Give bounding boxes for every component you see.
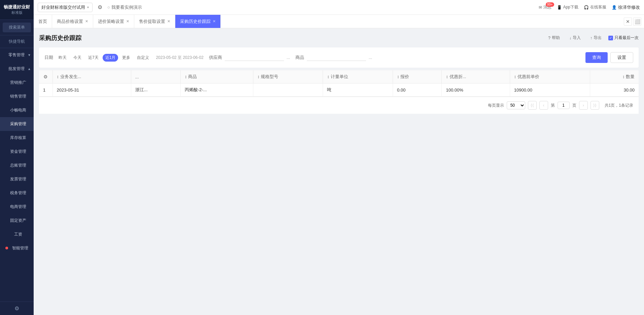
per-page-select[interactable]: 50 10 20 100: [507, 101, 525, 109]
next-page-button[interactable]: ›: [579, 101, 588, 110]
data-table-container: ⚙ ↕ 业务发生... ... ↕ 商品 ↕ 规格型号: [39, 70, 639, 97]
product-selector[interactable]: 好业财标准版交付试用 ▾: [38, 3, 93, 12]
maximize-button[interactable]: ⬜: [633, 18, 641, 26]
supplier-filter: 供应商 ...: [209, 54, 290, 61]
sidebar-item-14[interactable]: 智能管理: [0, 241, 34, 255]
cell-date: 2023-05-31: [52, 83, 131, 97]
last-page-button[interactable]: ⟩⟩: [591, 101, 599, 110]
search-menu-button[interactable]: 搜索菜单: [3, 23, 31, 32]
last-only-label: 只看最后一次: [614, 35, 639, 41]
column-date-header[interactable]: ↕ 业务发生...: [52, 70, 131, 83]
content-area: 采购历史价跟踪 ? 帮助 ↓ 导入 ↑ 导出 只看最后一次: [34, 28, 644, 315]
tab-close-icon[interactable]: ✕: [167, 19, 170, 24]
tab-2[interactable]: 进价策略设置✕: [93, 15, 134, 28]
query-button[interactable]: 查询: [585, 52, 608, 63]
column-qty-header[interactable]: ↕ 数量: [590, 70, 639, 83]
online-service-button[interactable]: 🎧 在线客服: [584, 4, 606, 10]
app-download-button[interactable]: 📱 App下载: [557, 4, 578, 10]
sidebar-item-label: 批发管理: [5, 66, 28, 72]
tab-label: 售价提取设置: [139, 19, 165, 25]
date-btn-今天[interactable]: 今天: [71, 54, 84, 62]
date-btn-近1月[interactable]: 近1月: [103, 54, 118, 62]
page-title: 采购历史价跟踪: [39, 34, 81, 42]
import-icon: ↓: [569, 36, 571, 40]
table-header-row: ⚙ ↕ 业务发生... ... ↕ 商品 ↕ 规格型号: [39, 70, 639, 83]
sidebar-item-6[interactable]: 库存核算: [0, 131, 34, 145]
date-btn-近7天[interactable]: 近7天: [85, 54, 101, 62]
column-spec-header[interactable]: ↕ 规格型号: [253, 70, 323, 83]
tab-close-icon[interactable]: ✕: [85, 19, 88, 24]
table-row: 1 2023-05-31 浙江... 丙烯酸-2-... 吨 0.00 100.…: [39, 83, 639, 97]
messages-button[interactable]: ✉ 消息 99+: [539, 4, 551, 10]
help-label: 帮助: [552, 35, 560, 41]
column-unit-header[interactable]: ↕ 计量单位: [323, 70, 393, 83]
chevron-down-icon: ▾: [87, 5, 89, 9]
sidebar-item-12[interactable]: 固定资产: [0, 214, 34, 228]
sidebar-item-2[interactable]: 营销推广: [0, 76, 34, 90]
first-page-button[interactable]: ⟨⟨: [528, 101, 537, 110]
column-discount-header[interactable]: ↕ 优惠折...: [442, 70, 510, 83]
sidebar-item-8[interactable]: 总账管理: [0, 159, 34, 172]
sidebar-item-3[interactable]: 销售管理: [0, 90, 34, 103]
prev-page-button[interactable]: ‹: [539, 101, 548, 110]
date-btn-更多[interactable]: 更多: [119, 54, 133, 62]
tab-4[interactable]: 采购历史价跟踪✕: [175, 15, 221, 28]
quick-nav-button[interactable]: 快捷导航: [0, 35, 34, 48]
sidebar-item-9[interactable]: 发票管理: [0, 172, 34, 186]
tab-close-icon[interactable]: ✕: [126, 19, 129, 24]
export-button[interactable]: ↑ 导出: [587, 34, 604, 42]
demo-button[interactable]: ○ 我要看实例演示: [107, 4, 142, 10]
sidebar-item-label: 营销推广: [5, 80, 31, 85]
sidebar-item-label: 零售管理: [5, 52, 28, 58]
sidebar-item-label: 工资: [5, 232, 31, 237]
page-label: 第: [551, 103, 555, 108]
sidebar-item-11[interactable]: 电商管理: [0, 200, 34, 214]
sidebar-item-label: 总账管理: [5, 163, 31, 168]
sidebar-item-label: 电商管理: [5, 204, 31, 210]
sidebar-item-7[interactable]: 资金管理: [0, 145, 34, 159]
date-btn-昨天[interactable]: 昨天: [56, 54, 69, 62]
topbar-right: ✉ 消息 99+ 📱 App下载 🎧 在线客服 👤 徐泽华修改: [539, 4, 640, 10]
sidebar-item-13[interactable]: 工资: [0, 228, 34, 241]
sidebar-item-10[interactable]: 税务管理: [0, 186, 34, 200]
date-btn-自定义[interactable]: 自定义: [134, 54, 152, 62]
close-tab-button[interactable]: ✕: [624, 18, 632, 26]
settings-button[interactable]: 设置: [610, 52, 633, 63]
date-filter: 日期 昨天今天近7天近1月更多自定义 2023-05-02 至 2023-06-…: [44, 54, 204, 62]
sidebar-item-label: 智能管理: [9, 245, 31, 251]
tab-close-icon[interactable]: ✕: [213, 19, 216, 24]
sidebar-item-5[interactable]: 采购管理: [0, 117, 34, 131]
sidebar-item-4[interactable]: 小畅电商: [0, 103, 34, 117]
last-only-checkbox[interactable]: [608, 36, 613, 40]
sidebar-settings-icon[interactable]: ⚙: [14, 306, 19, 311]
column-settings-icon[interactable]: ⚙: [43, 74, 48, 79]
goods-input[interactable]: [307, 54, 366, 61]
tab-1[interactable]: 商品价格设置✕: [52, 15, 93, 28]
sidebar-item-1[interactable]: 批发管理▲: [0, 62, 34, 76]
user-menu[interactable]: 👤 徐泽华修改: [612, 4, 640, 10]
sidebar-arrow-icon: ▼: [28, 53, 31, 57]
supplier-input[interactable]: [225, 54, 284, 61]
mobile-icon: 📱: [557, 5, 562, 10]
column-price-header[interactable]: ↕ 报价: [393, 70, 442, 83]
help-button[interactable]: ? 帮助: [545, 34, 563, 42]
sidebar-item-label: 采购管理: [5, 121, 31, 127]
tab-3[interactable]: 售价提取设置✕: [134, 15, 175, 28]
topbar-settings-icon[interactable]: ⚙: [95, 3, 105, 12]
goods-more-button[interactable]: ...: [369, 55, 372, 60]
sidebar-item-label: 发票管理: [5, 176, 31, 182]
sidebar: 畅捷通好业财 标准版 搜索菜单 快捷导航 零售管理▼批发管理▲营销推广销售管理小…: [0, 0, 34, 315]
last-only-checkbox-label[interactable]: 只看最后一次: [608, 35, 639, 41]
total-records-info: 共1页，1条记录: [605, 103, 633, 108]
tab-label: 进价策略设置: [98, 19, 124, 25]
message-icon: ✉: [539, 5, 542, 10]
demo-label: 我要看实例演示: [111, 4, 142, 10]
page-number-input[interactable]: 1: [558, 102, 570, 109]
column-goods-header[interactable]: ↕ 商品: [180, 70, 253, 83]
column-unit-price-header[interactable]: ↕ 优惠前单价: [510, 70, 590, 83]
sidebar-item-0[interactable]: 零售管理▼: [0, 48, 34, 62]
cell-unit-price: 10900.00: [510, 83, 590, 97]
tab-0[interactable]: 首页: [34, 15, 52, 28]
import-button[interactable]: ↓ 导入: [567, 34, 583, 42]
supplier-more-button[interactable]: ...: [287, 55, 290, 60]
